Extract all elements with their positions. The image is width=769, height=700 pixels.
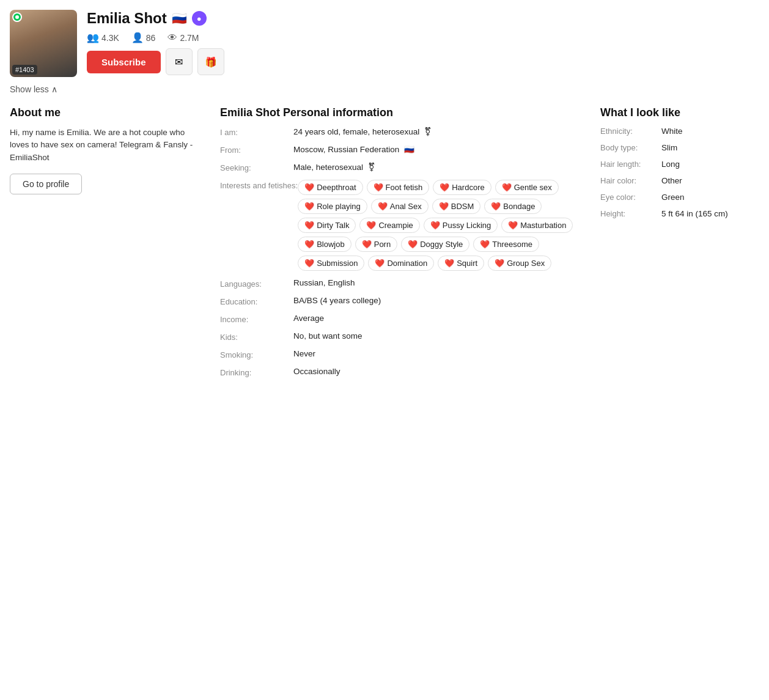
interest-tag: ❤️ Anal Sex: [371, 199, 429, 214]
interest-tag: ❤️ Threesome: [473, 237, 539, 252]
verified-icon: ●: [192, 11, 207, 26]
income-row: Income: Average: [220, 314, 586, 324]
tags-container: ❤️ Deepthroat❤️ Foot fetish❤️ Hardcore❤️…: [298, 180, 586, 271]
languages-label: Languages:: [220, 278, 293, 289]
avatar-badge: #1403: [12, 65, 37, 75]
interest-tag: ❤️ Foot fetish: [367, 180, 430, 195]
subscribe-button[interactable]: Subscribe: [87, 51, 161, 73]
eyecolor-row: Eye color: Green: [600, 193, 759, 202]
followers-icon: 👥: [87, 32, 99, 43]
kids-value: No, but want some: [293, 331, 586, 341]
go-to-profile-button[interactable]: Go to profile: [10, 174, 82, 194]
interest-tag: ❤️ Blowjob: [298, 237, 351, 252]
message-icon: ✉: [175, 56, 183, 68]
hairlength-label: Hair length:: [600, 160, 661, 169]
height-row: Height: 5 ft 64 in (165 cm): [600, 209, 759, 218]
smoking-label: Smoking:: [220, 349, 293, 359]
seeking-value: Male, heterosexual ⚧: [293, 162, 586, 172]
iam-value: 24 years old, female, heterosexual ⚧: [293, 127, 586, 136]
education-label: Education:: [220, 296, 293, 306]
following-stat: 👤 86: [131, 32, 156, 43]
interest-tag: ❤️ BDSM: [432, 199, 481, 214]
seeking-label: Seeking:: [220, 162, 293, 172]
education-value: BA/BS (4 years college): [293, 296, 586, 305]
following-count: 86: [146, 33, 156, 43]
gift-icon: 🎁: [205, 56, 217, 68]
gift-button[interactable]: 🎁: [197, 48, 224, 75]
seeking-row: Seeking: Male, heterosexual ⚧: [220, 162, 586, 172]
interest-tag: ❤️ Submission: [298, 256, 364, 271]
about-title: About me: [10, 106, 205, 119]
interest-tag: ❤️ Doggy Style: [401, 237, 469, 252]
interest-tag: ❤️ Hardcore: [433, 180, 491, 195]
drinking-label: Drinking:: [220, 367, 293, 377]
eyecolor-label: Eye color:: [600, 193, 661, 202]
interest-tag: ❤️ Dirty Talk: [298, 218, 356, 233]
bodytype-label: Body type:: [600, 143, 661, 152]
interest-tag: ❤️ Deepthroat: [298, 180, 362, 195]
drinking-value: Occasionally: [293, 367, 586, 376]
avatar-container: #1403: [10, 10, 77, 77]
gender-icon: ⚧: [424, 127, 432, 136]
interests-row: Interests and fetishes: ❤️ Deepthroat❤️ …: [220, 180, 586, 271]
eyecolor-value: Green: [661, 193, 685, 202]
followers-count: 4.3K: [101, 33, 119, 43]
look-title: What I look like: [600, 106, 759, 119]
height-label: Height:: [600, 209, 661, 218]
interest-tag: ❤️ Squirt: [438, 256, 484, 271]
drinking-row: Drinking: Occasionally: [220, 367, 586, 377]
interest-tag: ❤️ Masturbation: [501, 218, 573, 233]
name-row: Emilia Shot 🇷🇺 ●: [87, 10, 224, 27]
interest-tag: ❤️ Porn: [355, 237, 397, 252]
from-flag-icon: 🇷🇺: [404, 145, 414, 154]
interests-label: Interests and fetishes:: [220, 180, 298, 190]
income-label: Income:: [220, 314, 293, 324]
languages-row: Languages: Russian, English: [220, 278, 586, 289]
views-count: 2.7M: [180, 33, 199, 43]
interest-tag: ❤️ Group Sex: [488, 256, 551, 271]
iam-row: I am: 24 years old, female, heterosexual…: [220, 127, 586, 137]
actions-row: Subscribe ✉ 🎁: [87, 48, 224, 75]
profile-name: Emilia Shot: [87, 10, 167, 27]
ethnicity-label: Ethnicity:: [600, 127, 661, 136]
iam-label: I am:: [220, 127, 293, 137]
from-row: From: Moscow, Russian Federation 🇷🇺: [220, 144, 586, 155]
profile-header: #1403 Emilia Shot 🇷🇺 ● 👥 4.3K 👤 86 👁 2.7…: [10, 10, 759, 77]
interest-tag: ❤️ Pussy Licking: [424, 218, 498, 233]
personal-title: Emilia Shot Personal information: [220, 106, 586, 119]
main-content: About me Hi, my name is Emilia. We are a…: [10, 106, 759, 385]
bodytype-row: Body type: Slim: [600, 143, 759, 152]
interest-tag: ❤️ Bondage: [484, 199, 542, 214]
hairlength-value: Long: [661, 160, 680, 169]
views-stat: 👁 2.7M: [167, 32, 199, 43]
income-value: Average: [293, 314, 586, 323]
interest-tag: ❤️ Domination: [368, 256, 434, 271]
message-button[interactable]: ✉: [166, 48, 193, 75]
interest-tag: ❤️ Role playing: [298, 199, 367, 214]
interests-tags: ❤️ Deepthroat❤️ Foot fetish❤️ Hardcore❤️…: [298, 180, 586, 271]
kids-row: Kids: No, but want some: [220, 331, 586, 342]
haircolor-label: Hair color:: [600, 176, 661, 185]
from-value: Moscow, Russian Federation 🇷🇺: [293, 144, 586, 154]
about-text: Hi, my name is Emilia. We are a hot coup…: [10, 127, 205, 164]
flag-icon: 🇷🇺: [172, 11, 187, 26]
from-label: From:: [220, 144, 293, 155]
show-less-toggle[interactable]: Show less ∧: [10, 84, 759, 94]
personal-column: Emilia Shot Personal information I am: 2…: [220, 106, 586, 385]
smoking-row: Smoking: Never: [220, 349, 586, 359]
education-row: Education: BA/BS (4 years college): [220, 296, 586, 306]
kids-label: Kids:: [220, 331, 293, 342]
following-icon: 👤: [131, 32, 144, 43]
views-icon: 👁: [167, 32, 177, 43]
hairlength-row: Hair length: Long: [600, 160, 759, 169]
profile-info: Emilia Shot 🇷🇺 ● 👥 4.3K 👤 86 👁 2.7M Subs…: [87, 10, 224, 75]
bodytype-value: Slim: [661, 143, 677, 152]
ethnicity-row: Ethnicity: White: [600, 127, 759, 136]
show-less-label: Show less: [10, 84, 49, 94]
online-indicator: [12, 12, 22, 22]
stats-row: 👥 4.3K 👤 86 👁 2.7M: [87, 32, 224, 43]
smoking-value: Never: [293, 349, 586, 358]
haircolor-row: Hair color: Other: [600, 176, 759, 185]
languages-value: Russian, English: [293, 278, 586, 287]
height-value: 5 ft 64 in (165 cm): [661, 209, 728, 218]
